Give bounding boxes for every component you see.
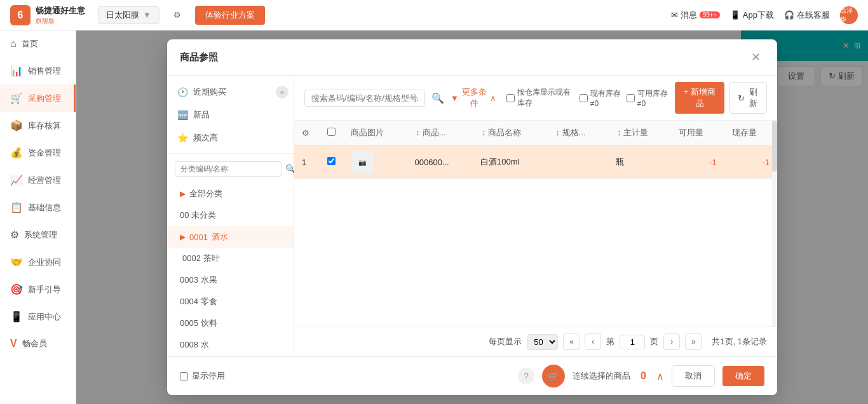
sidebar-label-member: 畅会员 xyxy=(22,338,47,349)
sidebar-item-home[interactable]: ⌂ 首页 xyxy=(0,30,76,57)
category-item-00[interactable]: 00 未分类 xyxy=(167,205,294,226)
table-row[interactable]: 1 📷 000600... 白酒100ml 瓶 xyxy=(294,145,777,179)
checkbox-group: 按仓库显示现有库存 现有库存≠0 可用库存≠0 xyxy=(506,87,669,109)
category-item-0005[interactable]: 0005 饮料 xyxy=(167,313,294,334)
member-icon: V xyxy=(10,338,17,349)
app-download-item[interactable]: 📱 App下载 xyxy=(730,10,774,21)
collapse-footer-button[interactable]: ∧ xyxy=(656,370,664,382)
main-layout: ⌂ 首页 📊 销售管理 🛒 采购管理 📦 库存核算 💰 资金管理 📈 经营管理 … xyxy=(0,30,868,404)
new-items-item[interactable]: 🆕 新品 xyxy=(167,104,294,126)
category-item-0002[interactable]: 0002 茶叶 xyxy=(167,248,294,269)
logo-area: 6 畅捷通好生意 旗舰版 xyxy=(10,5,85,25)
modal-header: 商品参照 ✕ xyxy=(167,39,777,76)
col-checkbox[interactable] xyxy=(320,121,343,145)
page-number-input[interactable] xyxy=(620,335,645,349)
category-item-0004[interactable]: 0004 零食 xyxy=(167,291,294,313)
scrollbar-thumb[interactable] xyxy=(772,121,777,172)
table-body: 1 📷 000600... 白酒100ml 瓶 xyxy=(294,145,777,179)
row-checkbox[interactable] xyxy=(327,157,336,165)
category-list: ▶ 全部分类 00 未分类 ▶ 0001 酒水 0002 茶 xyxy=(167,180,294,351)
top-header: 6 畅捷通好生意 旗舰版 日太阳膜 ▼ ⚙ 体验行业方案 ✉ 消息 99++ 📱… xyxy=(0,0,868,30)
first-page-button[interactable]: « xyxy=(563,333,580,350)
sidebar-item-guide[interactable]: 🎯 新手引导 xyxy=(0,276,76,303)
settings-icon[interactable]: ⚙ xyxy=(167,5,187,25)
category-item-0003[interactable]: 0003 水果 xyxy=(167,269,294,291)
sort-icon-code: ↕ xyxy=(416,128,421,137)
show-disabled-checkbox[interactable] xyxy=(180,372,188,380)
right-panel: 🔍 ▼ 更多条件 ∧ 按仓库显示现有库存 xyxy=(294,76,777,356)
cell-checkbox[interactable] xyxy=(320,145,343,179)
sidebar-label-home: 首页 xyxy=(22,38,38,50)
checkbox-nonzero[interactable] xyxy=(580,94,588,102)
prev-page-button[interactable]: ‹ xyxy=(585,333,601,350)
sidebar-label-system: 系统管理 xyxy=(24,229,57,241)
basic-icon: 📋 xyxy=(10,201,23,213)
cart-button[interactable]: 🛒 xyxy=(542,365,565,387)
modal-body: 🕐 近期购买 « 🆕 新品 ⭐ 频次高 xyxy=(167,76,777,356)
sidebar-label-purchase: 采购管理 xyxy=(28,93,61,104)
col-settings[interactable]: ⚙ xyxy=(294,121,320,145)
category-item-0008[interactable]: 0008 水 xyxy=(167,334,294,351)
col-stock: 现存量 xyxy=(724,121,777,145)
last-page-button[interactable]: » xyxy=(685,333,702,350)
enterprise-icon: 🤝 xyxy=(10,256,23,268)
content-area: ✕ ⊞ 查询 设置 ↻ 刷新 商品参照 ✕ xyxy=(76,30,868,404)
checkbox-nonzero-label[interactable]: 现有库存≠0 xyxy=(580,88,623,108)
page-size-select[interactable]: 50 xyxy=(527,334,558,350)
add-product-button[interactable]: + 新增商品 xyxy=(675,82,724,114)
messages-label: 消息 xyxy=(681,10,697,21)
sidebar-item-sales[interactable]: 📊 销售管理 xyxy=(0,57,76,84)
collapse-panel-button[interactable]: « xyxy=(276,86,288,98)
sidebar-item-enterprise[interactable]: 🤝 企业协同 xyxy=(0,248,76,276)
select-all-checkbox[interactable] xyxy=(327,128,336,136)
sidebar-item-purchase[interactable]: 🛒 采购管理 xyxy=(0,84,76,112)
sidebar-item-system[interactable]: ⚙ 系统管理 xyxy=(0,221,76,248)
help-icon[interactable]: ? xyxy=(518,368,534,384)
messages-item[interactable]: ✉ 消息 99++ xyxy=(671,10,720,21)
confirm-button[interactable]: 确定 xyxy=(722,366,764,386)
next-page-button[interactable]: › xyxy=(663,333,680,350)
category-item-0001[interactable]: ▶ 0001 酒水 xyxy=(167,226,294,248)
checkbox-available[interactable] xyxy=(627,94,635,102)
table-header: ⚙ 商品图片 ↕ 商品... ↕ xyxy=(294,121,777,145)
online-service-item[interactable]: 🎧 在线客服 xyxy=(784,10,830,21)
col-spec[interactable]: ↕ 规格... xyxy=(546,121,608,145)
sidebar-item-member[interactable]: V 畅会员 xyxy=(0,330,76,357)
sidebar-item-operations[interactable]: 📈 经营管理 xyxy=(0,166,76,194)
sidebar-item-basic[interactable]: 📋 基础信息 xyxy=(0,194,76,221)
sidebar-item-apps[interactable]: 📱 应用中心 xyxy=(0,303,76,330)
modal-title: 商品参照 xyxy=(180,51,218,64)
refresh-button[interactable]: ↻ 刷新 xyxy=(729,82,767,114)
category-search-input[interactable] xyxy=(175,161,281,177)
checkbox-warehouse[interactable] xyxy=(506,94,515,102)
user-item[interactable]: 徐泽华 xyxy=(840,6,858,24)
filter-button[interactable]: ▼ 更多条件 ∧ xyxy=(451,86,496,109)
checkbox-warehouse-label[interactable]: 按仓库显示现有库存 xyxy=(506,87,576,109)
all-categories-item[interactable]: ▶ 全部分类 xyxy=(167,183,294,205)
product-table: ⚙ 商品图片 ↕ 商品... ↕ xyxy=(294,121,777,179)
recent-buy-item[interactable]: 🕐 近期购买 xyxy=(167,81,276,104)
modal-footer: 显示停用 ? 🛒 连续选择的商品 0 ∧ 取消 确定 xyxy=(167,356,777,395)
checkbox-available-label[interactable]: 可用库存≠0 xyxy=(627,88,670,108)
product-search-button[interactable]: 🔍 xyxy=(430,91,445,105)
modal-overlay: 商品参照 ✕ 🕐 近期购买 « xyxy=(76,30,868,404)
col-unit[interactable]: ↕ 主计量 xyxy=(608,121,671,145)
new-icon: 🆕 xyxy=(177,110,188,120)
system-icon: ⚙ xyxy=(10,229,19,241)
sidebar-item-finance[interactable]: 💰 资金管理 xyxy=(0,139,76,166)
arrow-right-icon: ▶ xyxy=(180,189,186,198)
store-selector[interactable]: 日太阳膜 ▼ xyxy=(98,6,159,24)
high-freq-item[interactable]: ⭐ 频次高 xyxy=(167,126,294,149)
cancel-button[interactable]: 取消 xyxy=(672,365,715,387)
modal-close-button[interactable]: ✕ xyxy=(747,48,764,66)
col-name[interactable]: ↕ 商品名称 xyxy=(473,121,547,145)
experience-button[interactable]: 体验行业方案 xyxy=(195,6,265,25)
sidebar-label-sales: 销售管理 xyxy=(28,65,61,77)
show-disabled-label[interactable]: 显示停用 xyxy=(180,370,225,382)
phone-icon: 📱 xyxy=(730,10,740,20)
col-code[interactable]: ↕ 商品... xyxy=(407,121,473,145)
left-panel: 🕐 近期购买 « 🆕 新品 ⭐ 频次高 xyxy=(167,76,294,356)
product-search-input[interactable] xyxy=(304,90,425,107)
finance-icon: 💰 xyxy=(10,147,23,159)
sidebar-item-inventory[interactable]: 📦 库存核算 xyxy=(0,112,76,139)
